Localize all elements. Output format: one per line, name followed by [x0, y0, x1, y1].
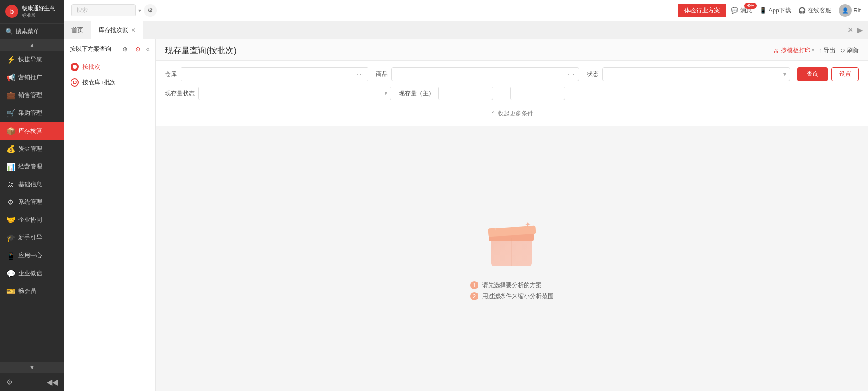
sidebar-item-basic[interactable]: 🗂 基础信息	[0, 176, 64, 193]
query-btn[interactable]: 查询	[797, 67, 828, 81]
left-panel-header: 按以下方案查询 ⊕ ⊙ «	[64, 39, 155, 59]
sidebar-search[interactable]: 🔍 按以下方案查询 搜索菜单	[0, 24, 64, 40]
collapse-label: 收起更多条件	[498, 109, 533, 118]
sidebar-item-system[interactable]: ⚙ 系统管理	[0, 193, 64, 211]
export-btn[interactable]: ↑ 导出	[819, 46, 836, 54]
tab-close-icon[interactable]: ✕	[131, 27, 136, 33]
scheme-dot-warehouse-batch	[71, 78, 79, 87]
online-service-btn[interactable]: 🎧 在线客服	[798, 6, 831, 15]
stock-qty-to[interactable]	[510, 87, 565, 100]
stock-status-label: 现存量状态	[165, 89, 195, 98]
topbar-search-box[interactable]: 搜索	[71, 4, 136, 16]
sidebar-item-enterprise[interactable]: 🤝 企业协同	[0, 211, 64, 229]
sidebar-item-label-inventory: 库存核算	[18, 127, 42, 135]
status-select[interactable]: ▾	[602, 67, 790, 81]
svg-point-0	[73, 65, 77, 69]
app-logo: b	[5, 5, 18, 18]
user-profile-btn[interactable]: 👤 Rit	[839, 4, 861, 17]
sidebar-header: b 畅康通好生意 标准版	[0, 0, 64, 24]
filter-status: 状态 ▾	[587, 67, 790, 81]
gear-icon: ⚙	[148, 7, 153, 14]
filter-row-2: 现存量状态 ▾ 现存量（主） —	[165, 87, 859, 100]
scroll-up-btn[interactable]: ▲	[0, 40, 64, 51]
sidebar-item-newbie[interactable]: 🎓 新手引导	[0, 229, 64, 247]
svg-text:✦: ✦	[525, 221, 531, 228]
scroll-down-btn[interactable]: ▼	[0, 362, 64, 373]
filter-settings-btn[interactable]: 设置	[831, 67, 859, 81]
warehouse-label: 仓库	[165, 70, 177, 78]
scheme-dot-batch	[71, 63, 79, 71]
sidebar-item-quicknav[interactable]: ⚡ 快捷导航	[0, 51, 64, 69]
online-service-label: 在线客服	[808, 6, 831, 15]
sidebar-item-purchase[interactable]: 🛒 采购管理	[0, 104, 64, 122]
avatar-icon: 👤	[842, 7, 849, 14]
filter-actions: 查询 设置	[797, 67, 859, 81]
operations-icon: 📊	[6, 163, 15, 171]
sidebar-item-label-wechat: 企业微信	[18, 269, 42, 277]
svg-text:✦: ✦	[494, 227, 497, 232]
print-label: 按模板打印	[781, 46, 811, 54]
scheme-label-batch: 按批次	[82, 63, 100, 71]
sidebar-item-appcenter[interactable]: 📱 应用中心	[0, 247, 64, 265]
close-window-icon: ✕	[847, 26, 853, 34]
refresh-btn[interactable]: ↻ 刷新	[840, 46, 859, 54]
finance-icon: 💰	[6, 145, 15, 153]
trial-btn[interactable]: 体验行业方案	[678, 4, 726, 17]
sidebar-item-member[interactable]: 🎫 畅会员	[0, 282, 64, 300]
settings-circle-icon: ⊙	[135, 45, 141, 53]
sidebar-item-label-sales: 销售管理	[18, 91, 42, 99]
newbie-icon: 🎓	[6, 234, 15, 242]
tab-home-label: 首页	[71, 26, 83, 34]
topbar-dropdown-btn[interactable]: ▾	[138, 7, 141, 14]
settings-footer-icon[interactable]: ⚙	[6, 378, 13, 386]
svg-point-1	[73, 81, 76, 84]
sidebar-item-operations[interactable]: 📊 经营管理	[0, 158, 64, 176]
tab-home[interactable]: 首页	[64, 21, 91, 39]
collapse-icon: ⌃	[491, 110, 496, 117]
collapse-left-panel-btn[interactable]: «	[146, 45, 150, 53]
stock-status-dropdown-icon: ▾	[385, 90, 387, 97]
add-scheme-btn[interactable]: ⊕	[120, 44, 130, 54]
scheme-item-batch[interactable]: 按批次	[64, 59, 155, 75]
collapse-sidebar-icon[interactable]: ◀◀	[47, 378, 58, 386]
status-label: 状态	[587, 70, 599, 78]
product-input[interactable]: ···	[391, 67, 579, 81]
sidebar-item-label-newbie: 新手引导	[18, 234, 42, 242]
tabbar-close-btn[interactable]: ✕ ▶	[842, 26, 868, 34]
warehouse-input[interactable]: ···	[181, 67, 368, 81]
tip-text-1: 请先选择要分析的方案	[482, 281, 542, 289]
collapse-filter-btn[interactable]: ⌃ 收起更多条件	[165, 106, 859, 121]
sales-icon: 💼	[6, 91, 15, 100]
sidebar-item-wechat[interactable]: 💬 企业微信	[0, 265, 64, 282]
print-icon: 🖨	[773, 47, 779, 54]
sidebar-item-inventory[interactable]: 📦 库存核算	[0, 122, 64, 140]
member-icon: 🎫	[6, 287, 15, 296]
print-dropdown-arrow[interactable]: ▾	[812, 47, 814, 54]
message-btn[interactable]: 💬 消息 99+	[731, 6, 752, 15]
stock-status-select[interactable]: ▾	[198, 87, 391, 100]
sidebar-item-marketing[interactable]: 📢 营销推广	[0, 69, 64, 87]
tab-inventory-batch[interactable]: 库存批次账 ✕	[91, 21, 143, 39]
sidebar-item-finance[interactable]: 💰 资金管理	[0, 140, 64, 158]
wechat-icon: 💬	[6, 269, 15, 278]
topbar-settings-btn[interactable]: ⚙	[144, 4, 157, 17]
app-download-btn[interactable]: 📱 App下载	[759, 6, 791, 15]
main-area: 搜索 ▾ ⚙ 体验行业方案 💬 消息 99+ 📱 App下载 🎧 在线客服	[64, 0, 868, 391]
scheme-label-warehouse-batch: 按仓库+批次	[82, 78, 116, 87]
edition-label: 标准版	[22, 12, 55, 19]
search-icon: 🔍	[5, 28, 13, 35]
tab-inventory-batch-label: 库存批次账	[99, 26, 128, 34]
stock-qty-from[interactable]	[438, 87, 493, 100]
left-panel-actions: ⊕ ⊙ «	[120, 44, 150, 54]
filter-stock-qty: 现存量（主） —	[399, 87, 625, 100]
scheme-settings-btn[interactable]: ⊙	[133, 44, 143, 54]
print-btn-group: 🖨 按模板打印 ▾	[773, 46, 814, 54]
message-badge: 99+	[744, 3, 757, 9]
product-dots-icon: ···	[568, 70, 575, 78]
sidebar-item-sales[interactable]: 💼 销售管理	[0, 87, 64, 104]
tip-text-2: 用过滤条件来缩小分析范围	[482, 292, 554, 300]
scheme-item-warehouse-batch[interactable]: 按仓库+批次	[64, 75, 155, 90]
filter-area: 仓库 ··· 商品 ··· 状态	[156, 61, 868, 126]
sidebar-item-label-basic: 基础信息	[18, 180, 42, 189]
print-template-btn[interactable]: 🖨 按模板打印	[773, 46, 811, 54]
